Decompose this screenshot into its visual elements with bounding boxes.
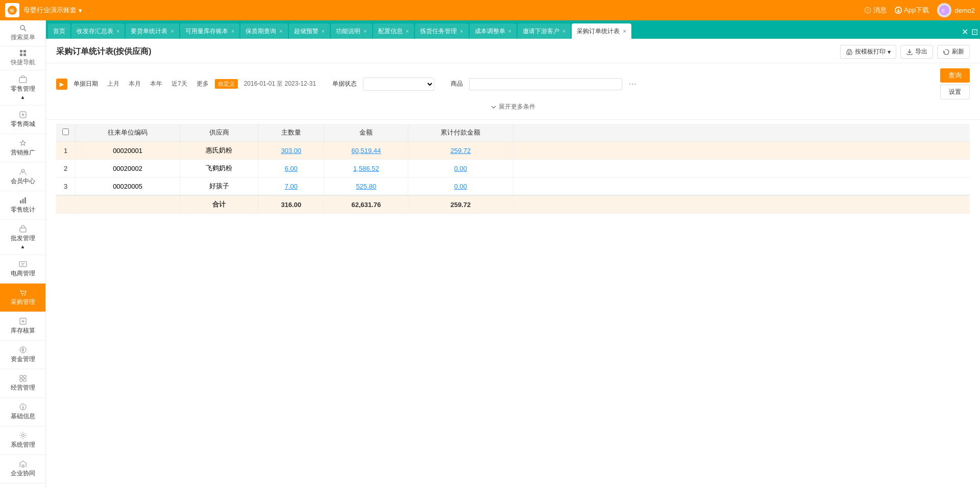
- tab-receive-summary[interactable]: 收发存汇总表 ×: [71, 23, 125, 39]
- col-code: 往来单位编码: [76, 124, 180, 142]
- sidebar-item-retail-mall[interactable]: 零售商城: [0, 106, 45, 134]
- date-option-this-year[interactable]: 本年: [147, 79, 165, 89]
- svg-point-4: [20, 25, 24, 30]
- tab-purchase-order-stats[interactable]: 采购订单统计表 ×: [572, 23, 631, 39]
- footer-label: 合计: [180, 195, 258, 214]
- svg-rect-8: [20, 54, 22, 56]
- date-option-more[interactable]: 更多: [193, 79, 212, 89]
- print-btn[interactable]: 按模板打印 ▾: [840, 45, 896, 59]
- row-num-1: 1: [56, 142, 76, 160]
- date-filter-label: 单据日期: [74, 80, 98, 88]
- row-amount-2: 1,586.52: [324, 160, 408, 177]
- sidebar-quick-nav[interactable]: 快捷导航: [0, 46, 45, 70]
- tab-config-info[interactable]: 配置信息 ×: [373, 23, 414, 39]
- table-footer: 合计 316.00 62,631.76 259.72: [56, 195, 970, 214]
- sidebar-item-ecommerce[interactable]: 电商管理: [0, 255, 45, 284]
- row-amount-3: 525.80: [324, 177, 408, 196]
- tab-close-function-desc[interactable]: ×: [363, 28, 366, 34]
- svg-line-5: [24, 29, 26, 31]
- sidebar-item-basic-info[interactable]: 基础信息: [0, 398, 45, 426]
- svg-rect-24: [20, 379, 22, 381]
- svg-point-27: [21, 434, 24, 437]
- tab-close-expiry-query[interactable]: ×: [279, 28, 282, 34]
- tab-close-order-stats[interactable]: ×: [170, 28, 174, 34]
- tab-order-stats[interactable]: 要货单统计表 ×: [126, 23, 179, 39]
- date-option-last-7-days[interactable]: 近7天: [168, 79, 190, 89]
- tab-close-overstock-warning[interactable]: ×: [322, 28, 325, 34]
- footer-qty: 316.00: [258, 195, 324, 214]
- tab-home[interactable]: 首页: [48, 23, 70, 39]
- svg-rect-28: [22, 465, 24, 467]
- tab-close-config-info[interactable]: ×: [406, 28, 409, 34]
- user-avatar-area[interactable]: E demo2: [937, 3, 975, 17]
- footer-row: 合计 316.00 62,631.76 259.72: [56, 195, 970, 214]
- tab-close-receive-summary[interactable]: ×: [116, 28, 119, 34]
- row-num-2: 2: [56, 160, 76, 177]
- sidebar-item-finance[interactable]: 资金管理: [0, 341, 45, 369]
- main-layout: 搜索菜单 快捷导航 零售管理 ▲ 零售商城 营销推广 会员中心 零售统计: [0, 20, 980, 488]
- tab-close-purchase-order-stats[interactable]: ×: [623, 28, 626, 34]
- tab-overstock-warning[interactable]: 超储预警 ×: [289, 23, 330, 39]
- svg-rect-17: [19, 262, 27, 267]
- row-supplier-1: 惠氏奶粉: [180, 142, 258, 160]
- goods-more-btn[interactable]: ⋯: [628, 79, 636, 89]
- svg-rect-16: [20, 228, 26, 232]
- col-extra: [513, 124, 970, 142]
- tab-cost-adjust[interactable]: 成本调整单 ×: [470, 23, 517, 39]
- row-code-2: 00020002: [76, 160, 180, 177]
- sidebar-item-inventory[interactable]: 库存核算: [0, 312, 45, 341]
- svg-rect-14: [22, 199, 23, 203]
- message-btn[interactable]: 消息: [864, 6, 887, 15]
- sidebar-item-wholesale[interactable]: 批发管理 ▲: [0, 220, 45, 255]
- tab-close-all-btn[interactable]: ✕: [962, 27, 968, 37]
- sidebar-item-operations[interactable]: 经营管理: [0, 369, 45, 398]
- tab-close-available-inventory[interactable]: ×: [231, 28, 234, 34]
- data-table: 往来单位编码 供应商 主数量 金额 累计付款金额 1 00020001 惠氏奶: [56, 124, 970, 214]
- query-btn[interactable]: 查询: [940, 68, 970, 83]
- tab-pick-task[interactable]: 拣货任务管理 ×: [415, 23, 468, 39]
- tab-close-cost-adjust[interactable]: ×: [508, 28, 511, 34]
- svg-rect-6: [20, 50, 22, 53]
- refresh-btn[interactable]: 刷新: [937, 45, 970, 59]
- sidebar-item-enterprise[interactable]: 企业协同: [0, 455, 45, 483]
- tab-expiry-query[interactable]: 保质期查询 ×: [240, 23, 287, 39]
- expand-more-btn[interactable]: 展开更多条件: [56, 99, 970, 114]
- svg-rect-9: [23, 54, 26, 56]
- app-download-btn[interactable]: App下载: [895, 6, 929, 15]
- settings-btn[interactable]: 设置: [940, 85, 970, 99]
- status-select[interactable]: [363, 78, 434, 91]
- tab-close-invite-downstream[interactable]: ×: [562, 28, 566, 34]
- sidebar-item-purchase[interactable]: 采购管理: [0, 284, 45, 312]
- tab-close-pick-task[interactable]: ×: [460, 28, 463, 34]
- date-option-last-month[interactable]: 上月: [104, 79, 122, 89]
- table-row: 2 00020002 飞鹤奶粉 6.00 1,586.52 0.00: [56, 160, 970, 177]
- svg-text:E: E: [942, 8, 945, 13]
- sidebar-item-system[interactable]: 系统管理: [0, 426, 45, 455]
- filter-toggle-btn[interactable]: ►: [56, 79, 67, 90]
- goods-input[interactable]: [469, 78, 622, 90]
- filter-area: ► 单据日期 上月 本月 本年 近7天 更多 自定义 2016-01-01 至 …: [46, 63, 980, 120]
- tab-restore-btn[interactable]: ⊡: [971, 27, 978, 37]
- col-qty: 主数量: [258, 124, 324, 142]
- tab-invite-downstream[interactable]: 邀请下游客户 ×: [518, 23, 571, 39]
- export-btn[interactable]: 导出: [900, 45, 933, 59]
- table-body: 1 00020001 惠氏奶粉 303.00 60,519.44 259.72 …: [56, 142, 970, 196]
- footer-paid: 259.72: [408, 195, 513, 214]
- table-header-row: 往来单位编码 供应商 主数量 金额 累计付款金额: [56, 124, 970, 142]
- sidebar-search[interactable]: 搜索菜单: [0, 20, 45, 46]
- tab-available-inventory[interactable]: 可用量库存账本 ×: [180, 23, 239, 39]
- sidebar-item-member[interactable]: 会员中心: [0, 163, 45, 191]
- date-option-this-month[interactable]: 本月: [126, 79, 144, 89]
- sidebar-item-retail-mgmt[interactable]: 零售管理 ▲: [0, 70, 45, 106]
- svg-rect-15: [24, 197, 26, 203]
- svg-rect-22: [20, 375, 22, 378]
- select-all-checkbox[interactable]: [62, 129, 69, 135]
- sidebar-item-retail-stats[interactable]: 零售统计: [0, 191, 45, 220]
- status-filter-label: 单据状态: [332, 80, 357, 88]
- page-actions: 按模板打印 ▾ 导出 刷新: [840, 45, 970, 59]
- date-custom-badge[interactable]: 自定义: [215, 79, 238, 89]
- tab-function-desc[interactable]: 功能说明 ×: [331, 23, 372, 39]
- workspace-selector[interactable]: 母婴行业演示账套 ▾: [23, 6, 82, 15]
- sidebar-item-marketing[interactable]: 营销推广: [0, 134, 45, 163]
- sidebar-item-new-guide[interactable]: 新手引导: [0, 483, 45, 488]
